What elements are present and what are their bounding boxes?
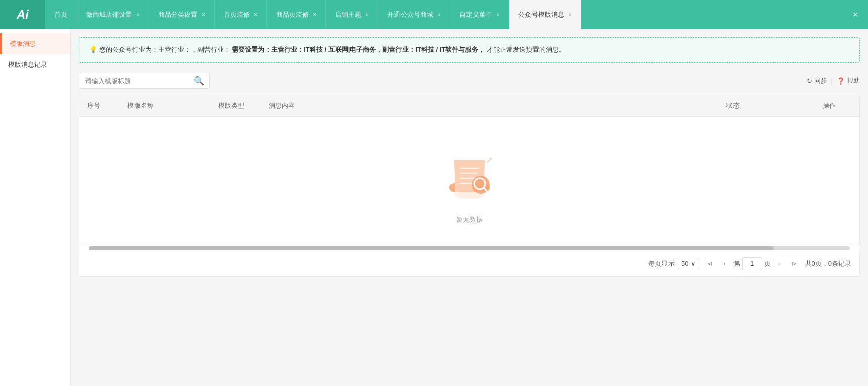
page-navigation: ⊲ ‹ 第 页 › ⊳ bbox=[703, 257, 801, 270]
last-page-button[interactable]: ⊳ bbox=[788, 257, 801, 270]
tab-close-wechat-store[interactable]: × bbox=[136, 11, 140, 18]
nav-tab-template-msg[interactable]: 公众号模版消息× bbox=[509, 0, 581, 29]
prev-page-button[interactable]: ‹ bbox=[718, 257, 731, 270]
nav-tab-store-theme[interactable]: 店铺主题× bbox=[326, 0, 378, 29]
nav-tab-homepage-decor[interactable]: 首页装修× bbox=[215, 0, 267, 29]
help-icon: ❓ bbox=[837, 77, 845, 85]
alert-box: 💡 您的公众号行业为：主营行业：，副营行业： 需要设置为：主营行业：IT科技 /… bbox=[79, 37, 860, 63]
search-input-wrap: 🔍 bbox=[79, 73, 210, 89]
search-bar: 🔍 ↻ 同步 | ❓ 帮助 bbox=[79, 73, 860, 89]
nav-tab-home[interactable]: 首页 bbox=[45, 0, 77, 29]
nav-tab-wechat-store[interactable]: 微商城店铺设置× bbox=[77, 0, 149, 29]
page-label-post: 页 bbox=[764, 259, 771, 268]
app-logo: Ai bbox=[0, 0, 45, 29]
page-size-label: 每页显示 bbox=[648, 259, 675, 268]
alert-highlight: 需要设置为：主营行业：IT科技 / 互联网|电子商务，副营行业：IT科技 / I… bbox=[232, 46, 485, 53]
horizontal-scrollbar[interactable] bbox=[79, 245, 860, 251]
next-page-button[interactable]: › bbox=[773, 257, 786, 270]
svg-point-10 bbox=[490, 158, 492, 160]
tab-close-store-theme[interactable]: × bbox=[365, 11, 369, 18]
empty-text: 暂无数据 bbox=[456, 215, 483, 224]
col-header-seq: 序号 bbox=[79, 95, 119, 116]
tab-close-template-msg[interactable]: × bbox=[568, 11, 572, 18]
nav-tab-custom-menu[interactable]: 自定义菜单× bbox=[450, 0, 509, 29]
page-total: 共0页，0条记录 bbox=[805, 259, 851, 268]
toolbar-divider: | bbox=[831, 77, 833, 85]
sync-button[interactable]: ↻ 同步 bbox=[807, 76, 827, 85]
tab-close-custom-menu[interactable]: × bbox=[496, 11, 500, 18]
tab-close-product-decor[interactable]: × bbox=[313, 11, 316, 18]
sidebar: 模版消息 模版消息记录 bbox=[0, 29, 71, 386]
tab-close-homepage-decor[interactable]: × bbox=[254, 11, 257, 18]
empty-state: 暂无数据 bbox=[79, 117, 859, 245]
nav-tab-product-decor[interactable]: 商品页装修× bbox=[267, 0, 326, 29]
help-button[interactable]: ❓ 帮助 bbox=[837, 76, 860, 85]
sidebar-item-template-record[interactable]: 模版消息记录 bbox=[0, 54, 70, 75]
col-header-content: 消息内容 bbox=[260, 95, 718, 116]
tab-close-product-category[interactable]: × bbox=[202, 11, 205, 18]
first-page-button[interactable]: ⊲ bbox=[703, 257, 716, 270]
top-navigation: Ai 首页微商城店铺设置×商品分类设置×首页装修×商品页装修×店铺主题×开通公众… bbox=[0, 0, 868, 29]
col-header-name: 模版名称 bbox=[119, 95, 210, 116]
search-input[interactable] bbox=[79, 73, 189, 88]
search-icon[interactable]: 🔍 bbox=[189, 76, 209, 86]
chevron-down-icon: ∨ bbox=[691, 260, 696, 267]
page-size-dropdown[interactable]: 50 ∨ bbox=[678, 258, 699, 269]
nav-tab-open-mall[interactable]: 开通公众号商城× bbox=[378, 0, 450, 29]
toolbar-right: ↻ 同步 | ❓ 帮助 bbox=[807, 76, 860, 85]
col-header-status: 状态 bbox=[718, 95, 799, 116]
content-area: 💡 您的公众号行业为：主营行业：，副营行业： 需要设置为：主营行业：IT科技 /… bbox=[71, 29, 868, 386]
pagination: 每页显示 50 ∨ ⊲ ‹ 第 页 › ⊳ 共0页，0条记录 bbox=[79, 251, 859, 276]
nav-tab-product-category[interactable]: 商品分类设置× bbox=[149, 0, 215, 29]
col-header-action: 操作 bbox=[799, 95, 859, 116]
close-all-button[interactable]: × bbox=[843, 0, 868, 29]
tab-close-open-mall[interactable]: × bbox=[437, 11, 441, 18]
page-size-select: 每页显示 50 ∨ bbox=[648, 258, 699, 269]
nav-tabs: 首页微商城店铺设置×商品分类设置×首页装修×商品页装修×店铺主题×开通公众号商城… bbox=[45, 0, 843, 29]
table-header: 序号 模版名称 模版类型 消息内容 状态 操作 bbox=[79, 95, 859, 117]
sync-icon: ↻ bbox=[807, 77, 812, 85]
col-header-type: 模版类型 bbox=[210, 95, 260, 116]
main-layout: 模版消息 模版消息记录 💡 您的公众号行业为：主营行业：，副营行业： 需要设置为… bbox=[0, 29, 868, 386]
empty-icon bbox=[439, 147, 500, 207]
sidebar-item-template-message[interactable]: 模版消息 bbox=[0, 33, 70, 54]
page-label-pre: 第 bbox=[733, 259, 740, 268]
alert-icon: 💡 bbox=[89, 46, 97, 53]
page-number-input[interactable] bbox=[742, 257, 762, 270]
data-table: 序号 模版名称 模版类型 消息内容 状态 操作 bbox=[79, 95, 860, 277]
